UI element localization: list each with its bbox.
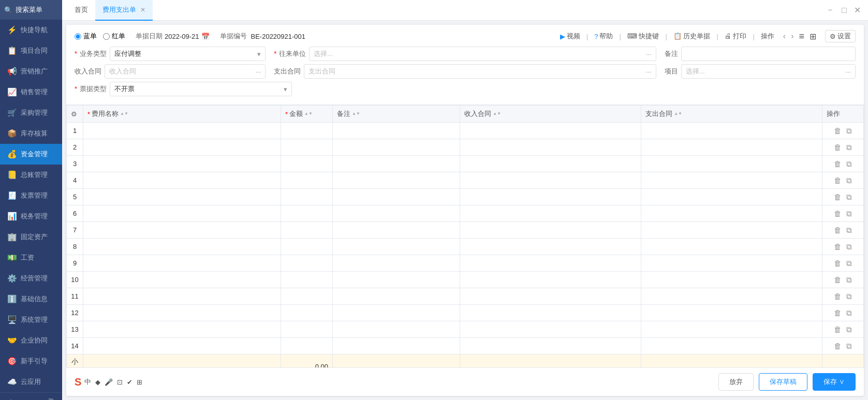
cell-amount-4[interactable]	[281, 172, 332, 189]
cell-amount-12[interactable]	[281, 305, 332, 321]
tab-expense[interactable]: 费用支出单✕	[95, 0, 153, 21]
cell-expense-name-11[interactable]	[83, 288, 281, 305]
copy-btn-2[interactable]: ⧉	[845, 142, 854, 153]
th-settings[interactable]: ⚙	[67, 106, 83, 123]
copy-btn-5[interactable]: ⧉	[845, 192, 854, 202]
icon-grid[interactable]: ⊞	[137, 378, 142, 386]
cell-remark-10[interactable]	[332, 272, 460, 288]
delete-btn-5[interactable]: 🗑	[832, 192, 843, 202]
cell-remark-13[interactable]	[332, 321, 460, 338]
nav-next-btn[interactable]: ›	[789, 32, 795, 41]
volume-icon[interactable]: 🔊	[45, 398, 55, 400]
copy-btn-14[interactable]: ⧉	[845, 341, 854, 351]
cell-expense-contract-10[interactable]	[641, 272, 822, 288]
cell-income-12[interactable]	[460, 305, 641, 321]
remark-input[interactable]	[681, 47, 856, 61]
cell-income-10[interactable]	[460, 272, 641, 288]
copy-btn-6[interactable]: ⧉	[845, 209, 854, 219]
copy-btn-4[interactable]: ⧉	[845, 175, 854, 186]
cell-remark-6[interactable]	[332, 205, 460, 222]
operations-btn[interactable]: 操作	[761, 32, 774, 41]
delete-btn-7[interactable]: 🗑	[832, 225, 843, 235]
radio-blue[interactable]: 蓝单	[75, 32, 97, 41]
cell-expense-contract-8[interactable]	[641, 239, 822, 255]
settings-icon[interactable]: ⚙	[7, 398, 14, 400]
sort-icon-income[interactable]: ▲▼	[493, 112, 501, 116]
sidebar-item-purchase[interactable]: 🛒采购管理	[0, 102, 62, 123]
sidebar-item-basic-info[interactable]: ℹ️基础信息	[0, 289, 62, 309]
icon-box[interactable]: ⊡	[117, 378, 123, 386]
cell-amount-5[interactable]	[281, 189, 332, 205]
save-button[interactable]: 保存 ∨	[813, 373, 856, 391]
cell-income-7[interactable]	[460, 222, 641, 239]
delete-btn-1[interactable]: 🗑	[832, 126, 843, 136]
copy-btn-7[interactable]: ⧉	[845, 225, 854, 235]
expense-contract-input[interactable]: 支出合同 ···	[304, 64, 656, 79]
nav-prev-btn[interactable]: ‹	[782, 32, 787, 41]
sidebar-item-marketing[interactable]: 📢营销推广	[0, 61, 62, 82]
sidebar-item-system[interactable]: 🖥️系统管理	[0, 309, 62, 330]
save-draft-button[interactable]: 保存草稿	[759, 373, 807, 391]
settings-gear-icon[interactable]: ⚙	[71, 110, 77, 118]
tab-home[interactable]: 首页	[67, 0, 95, 21]
cell-amount-13[interactable]	[281, 321, 332, 338]
radio-red[interactable]: 红单	[103, 32, 125, 41]
income-contract-more[interactable]: ···	[255, 68, 261, 76]
delete-btn-8[interactable]: 🗑	[832, 242, 843, 251]
cell-expense-name-14[interactable]	[83, 338, 281, 354]
delete-btn-12[interactable]: 🗑	[832, 308, 843, 318]
sidebar-item-operations[interactable]: ⚙️经营管理	[0, 268, 62, 289]
settings-btn[interactable]: ⚙ 设置	[825, 30, 856, 42]
sidebar-item-new-guide[interactable]: 🎯新手引导	[0, 351, 62, 372]
sort-icon-expense-contract[interactable]: ▲▼	[674, 112, 682, 116]
sidebar-item-quick-nav[interactable]: ⚡快捷导航	[0, 20, 62, 40]
sidebar-search[interactable]: 🔍 搜索菜单	[0, 0, 62, 20]
cell-expense-contract-2[interactable]	[641, 139, 822, 156]
tab-close-expense[interactable]: ✕	[140, 6, 145, 13]
cell-remark-8[interactable]	[332, 239, 460, 255]
cell-expense-name-13[interactable]	[83, 321, 281, 338]
business-type-input[interactable]: 应付调整 ▾	[110, 47, 266, 61]
cell-expense-name-7[interactable]	[83, 222, 281, 239]
cell-remark-12[interactable]	[332, 305, 460, 321]
sidebar-item-ledger[interactable]: 📒总账管理	[0, 165, 62, 185]
cell-expense-name-4[interactable]	[83, 172, 281, 189]
delete-btn-11[interactable]: 🗑	[832, 291, 843, 301]
delete-btn-3[interactable]: 🗑	[832, 159, 843, 169]
copy-btn-3[interactable]: ⧉	[845, 159, 854, 169]
video-btn[interactable]: ▶ 视频	[560, 32, 580, 41]
sidebar-item-inventory[interactable]: 📦库存核算	[0, 123, 62, 144]
icon-check[interactable]: ✔	[127, 378, 133, 386]
cell-expense-contract-14[interactable]	[641, 338, 822, 354]
project-more[interactable]: ···	[845, 68, 851, 76]
project-input[interactable]: 选择... ···	[681, 64, 856, 79]
date-value[interactable]: 2022-09-21	[165, 33, 199, 40]
delete-btn-13[interactable]: 🗑	[832, 324, 843, 334]
sidebar-item-project-contract[interactable]: 📋项目合同	[0, 40, 62, 61]
cell-amount-10[interactable]	[281, 272, 332, 288]
cell-income-13[interactable]	[460, 321, 641, 338]
cell-expense-name-5[interactable]	[83, 189, 281, 205]
window-close-btn[interactable]: ✕	[852, 4, 863, 16]
income-contract-input[interactable]: 收入合同 ···	[105, 64, 266, 79]
sidebar-item-tax[interactable]: 📊税务管理	[0, 206, 62, 227]
shortcuts-btn[interactable]: ⌨ 快捷键	[627, 32, 659, 41]
sidebar-item-capital[interactable]: 💰资金管理	[0, 144, 62, 165]
icon-mic[interactable]: 🎤	[105, 378, 113, 386]
view-grid-btn[interactable]: ⊞	[808, 32, 818, 41]
cell-amount-6[interactable]	[281, 205, 332, 222]
cell-income-9[interactable]	[460, 255, 641, 272]
cell-expense-name-8[interactable]	[83, 239, 281, 255]
cell-income-5[interactable]	[460, 189, 641, 205]
partner-input[interactable]: 选择... ···	[309, 47, 656, 61]
calendar-icon[interactable]: 📅	[201, 33, 210, 40]
cell-remark-14[interactable]	[332, 338, 460, 354]
delete-btn-6[interactable]: 🗑	[832, 209, 843, 218]
cell-expense-contract-1[interactable]	[641, 123, 822, 139]
cell-amount-3[interactable]	[281, 156, 332, 172]
copy-btn-9[interactable]: ⧉	[845, 258, 854, 269]
delete-btn-4[interactable]: 🗑	[832, 175, 843, 185]
delete-btn-9[interactable]: 🗑	[832, 258, 843, 268]
copy-btn-10[interactable]: ⧉	[845, 275, 854, 285]
cell-remark-1[interactable]	[332, 123, 460, 139]
